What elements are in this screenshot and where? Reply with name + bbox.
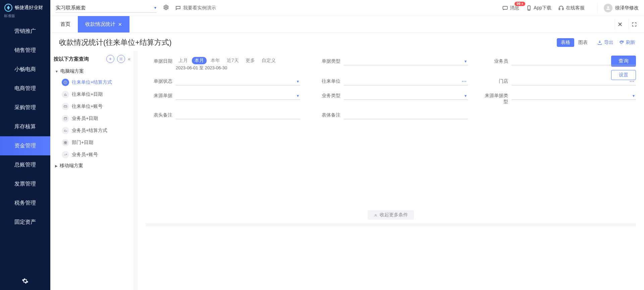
label-biz-type: 业务类型: [314, 91, 340, 99]
input-doc-type[interactable]: [344, 57, 468, 65]
refresh-label: 刷新: [626, 40, 635, 46]
more-icon[interactable]: ···: [630, 79, 635, 84]
svg-point-1: [165, 7, 167, 8]
input-salesperson[interactable]: [512, 57, 636, 65]
gear-icon: [119, 57, 123, 61]
messages-link[interactable]: 消息 99 +: [502, 5, 519, 11]
scheme-item-2[interactable]: 往来单位+账号: [60, 100, 130, 113]
collapse-panel-button[interactable]: «: [128, 56, 130, 62]
fullscreen-button[interactable]: [629, 19, 639, 30]
tab-0[interactable]: 首页: [53, 16, 78, 32]
view-table[interactable]: 表格: [557, 38, 574, 47]
more-icon[interactable]: ···: [462, 79, 467, 84]
scheme-label: 业务员+账号: [72, 152, 98, 158]
demo-label: 我要看实例演示: [183, 5, 216, 11]
tree-group-1[interactable]: 移动端方案: [54, 161, 130, 171]
tab-close-all[interactable]: ✕: [614, 19, 625, 30]
more-icon[interactable]: ···: [630, 59, 635, 64]
add-scheme-button[interactable]: ＋: [106, 55, 114, 63]
svg-rect-13: [66, 141, 67, 143]
logo: 畅捷通好业财: [0, 0, 50, 13]
label-head-remark: 表头备注: [146, 111, 172, 118]
sidebar-item-4[interactable]: 采购管理: [0, 98, 50, 117]
scheme-item-1[interactable]: 往来单位+日期: [60, 88, 130, 100]
svg-point-7: [607, 6, 609, 8]
label-source-type: 来源单据类型: [481, 91, 508, 105]
scheme-settings-button[interactable]: [117, 55, 125, 63]
sidebar-item-10[interactable]: 固定资产: [0, 213, 50, 232]
svg-rect-5: [559, 8, 560, 10]
date-quick-4[interactable]: 更多: [243, 57, 258, 64]
svg-rect-14: [64, 143, 65, 144]
input-body-remark[interactable]: [344, 111, 468, 119]
input-source-type[interactable]: [512, 91, 636, 100]
scheme-item-5[interactable]: 部门+日期: [60, 137, 130, 149]
field-doc-type: 单据类型 ▾: [314, 57, 468, 71]
sidebar-item-6[interactable]: 资金管理: [0, 136, 50, 155]
sidebar-settings[interactable]: [0, 273, 50, 290]
input-partner[interactable]: [344, 77, 468, 85]
sidebar-item-5[interactable]: 库存核算: [0, 117, 50, 136]
svg-rect-15: [66, 143, 67, 144]
chevron-down-icon[interactable]: ▾: [465, 93, 467, 98]
date-quick-0[interactable]: 上月: [176, 57, 191, 64]
svg-rect-12: [64, 141, 65, 143]
scheme-item-6[interactable]: 业务员+账号: [60, 149, 130, 161]
chevron-down-icon[interactable]: ▾: [297, 93, 299, 98]
input-store[interactable]: [512, 77, 636, 85]
export-button[interactable]: 导出: [597, 40, 613, 46]
field-body-remark: 表体备注: [314, 111, 468, 119]
chevron-down-icon: ▾: [154, 5, 156, 10]
user-menu[interactable]: 徐泽华修改: [597, 4, 639, 12]
collapse-filters[interactable]: 收起更多条件: [368, 210, 414, 220]
page-title: 收款情况统计(往来单位+结算方式): [59, 38, 172, 48]
date-quick-5[interactable]: 自定义: [259, 57, 278, 64]
download-link[interactable]: App下载: [526, 5, 551, 11]
tree-group-0[interactable]: 电脑端方案: [54, 66, 130, 76]
sidebar-item-0[interactable]: 营销推广: [0, 22, 50, 41]
label-store: 门店: [481, 77, 508, 84]
sidebar-item-8[interactable]: 发票管理: [0, 174, 50, 194]
results-area: [146, 223, 636, 290]
svg-rect-10: [64, 105, 67, 107]
view-chart[interactable]: 图表: [574, 38, 592, 47]
refresh-button[interactable]: 刷新: [619, 40, 635, 46]
calendar-icon: [62, 115, 69, 122]
date-quick-1[interactable]: 本月: [192, 57, 207, 64]
scheme-item-0[interactable]: 往来单位+结算方式: [60, 76, 130, 88]
date-quick-3[interactable]: 近7天: [224, 57, 241, 64]
scheme-item-4[interactable]: 业务员+结算方式: [60, 125, 130, 137]
label-body-remark: 表体备注: [314, 111, 340, 118]
clock-icon: [62, 79, 69, 86]
account-selector[interactable]: 实习联系账套 ▾: [56, 3, 156, 13]
chevron-down-icon[interactable]: ▾: [465, 59, 467, 64]
input-biz-type[interactable]: [344, 91, 468, 100]
view-toggle: 表格 图表: [557, 38, 592, 47]
expand-icon: [632, 22, 637, 27]
scheme-item-3[interactable]: 业务员+日期: [60, 113, 130, 125]
sidebar-item-2[interactable]: 小畅电商: [0, 60, 50, 79]
input-head-remark[interactable]: [176, 111, 300, 119]
chevron-down-icon[interactable]: ▾: [633, 93, 635, 98]
content-body: 按以下方案查询 ＋ « 电脑端方案往来单位+结算方式往来单位+日期往来单位+账号…: [50, 51, 644, 290]
sidebar-item-1[interactable]: 销售管理: [0, 41, 50, 60]
tree-group-label: 电脑端方案: [60, 68, 84, 74]
sidebar: 畅捷通好业财 标准版 营销推广销售管理小畅电商电商管理采购管理库存核算资金管理总…: [0, 0, 50, 290]
demo-link[interactable]: 我要看实例演示: [175, 5, 216, 11]
input-source-doc[interactable]: [176, 91, 300, 100]
support-link[interactable]: 在线客服: [558, 5, 585, 11]
tab-1[interactable]: 收款情况统计✕: [78, 16, 129, 32]
date-quick-2[interactable]: 本年: [208, 57, 223, 64]
sidebar-item-9[interactable]: 税务管理: [0, 194, 50, 213]
chevron-down-icon[interactable]: ▾: [297, 79, 299, 84]
sidebar-item-7[interactable]: 总账管理: [0, 155, 50, 174]
edition-label: 标准版: [0, 13, 50, 22]
filter-area: 查询 设置 单据日期 上月本月本年近7天更多自定义 2023-06-01 至 2…: [138, 51, 644, 290]
sidebar-item-3[interactable]: 电商管理: [0, 79, 50, 98]
label-partner: 往来单位: [314, 77, 340, 84]
svg-point-4: [529, 9, 529, 10]
account-settings-icon[interactable]: [163, 4, 169, 11]
input-doc-status[interactable]: [176, 77, 300, 85]
svg-rect-11: [64, 118, 67, 120]
tab-close-1[interactable]: ✕: [118, 22, 122, 27]
